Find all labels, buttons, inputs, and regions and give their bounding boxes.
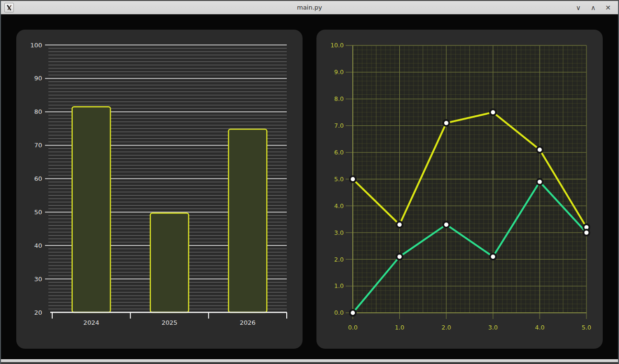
bars-group: [72, 107, 267, 312]
marker: [397, 254, 402, 259]
y-tick-labels: 2030405060708090100: [30, 42, 42, 316]
window-bottom-edge: [1, 362, 618, 364]
bar-2024: [72, 107, 111, 312]
maximize-icon: ∧: [591, 4, 596, 11]
x-tick-labels: 0.01.02.03.04.05.0: [348, 324, 591, 331]
x-tick-label: 2025: [161, 319, 177, 326]
close-button[interactable]: ✕: [603, 2, 613, 13]
marker: [585, 225, 589, 230]
y-tick-label: 4.0: [334, 202, 344, 210]
y-tick-label: 60: [34, 175, 42, 182]
y-tick-label: 3.0: [334, 229, 344, 236]
y-tick-label: 9.0: [334, 68, 344, 76]
x-tick-label: 3.0: [488, 324, 498, 331]
app-window: main.py ∨ ∧ ✕ 20304050607080901002024202…: [0, 0, 619, 364]
y-tick-label: 90: [34, 75, 42, 82]
marker: [491, 110, 495, 114]
y-tick-label: 0.0: [334, 309, 344, 316]
line-chart: 0.01.02.03.04.05.06.07.08.09.010.00.01.0…: [316, 30, 603, 349]
y-tick-label: 70: [34, 142, 42, 149]
y-tick-label: 40: [34, 242, 42, 249]
marker: [351, 311, 355, 315]
y-tick-label: 5.0: [334, 176, 344, 183]
x11-logo-icon: [6, 4, 12, 11]
y-tick-label: 2.0: [334, 256, 344, 263]
marker: [585, 231, 589, 235]
y-tick-label: 8.0: [334, 95, 344, 102]
y-tick-labels: 0.01.02.03.04.05.06.07.08.09.010.0: [330, 42, 344, 316]
y-tick-label: 50: [34, 209, 42, 216]
x-tick-label: 2026: [240, 319, 256, 326]
bar-chart-panel: 2030405060708090100202420252026: [16, 30, 303, 349]
x-tick-label: 2024: [83, 319, 99, 326]
marker: [491, 254, 495, 259]
titlebar[interactable]: main.py ∨ ∧ ✕: [1, 1, 618, 14]
marker: [351, 177, 355, 181]
window-controls: ∨ ∧ ✕: [573, 1, 613, 14]
marker: [444, 121, 449, 125]
bar-chart: 2030405060708090100202420252026: [16, 30, 303, 349]
window-title: main.py: [1, 4, 618, 11]
x-axis: [50, 312, 287, 319]
marker: [397, 222, 402, 227]
x-tick-label: 0.0: [348, 324, 358, 331]
x-tick-label: 4.0: [535, 324, 544, 331]
x-tick-label: 2.0: [441, 324, 451, 331]
y-tick-label: 30: [34, 276, 42, 283]
bar-2026: [228, 129, 267, 312]
y-tick-label: 6.0: [334, 149, 344, 156]
window-menu-button[interactable]: [4, 3, 14, 12]
y-tick-label: 1.0: [334, 282, 344, 289]
y-tick-label: 20: [34, 309, 42, 316]
minimize-icon: ∨: [576, 4, 581, 11]
y-tick-label: 80: [34, 108, 42, 115]
line-chart-panel: 0.01.02.03.04.05.06.07.08.09.010.00.01.0…: [316, 30, 603, 349]
x-tick-labels: 202420252026: [83, 319, 256, 326]
maximize-button[interactable]: ∧: [588, 2, 598, 13]
y-tick-label: 100: [30, 42, 42, 49]
marker: [538, 148, 542, 152]
close-icon: ✕: [605, 4, 611, 11]
minimize-button[interactable]: ∨: [573, 2, 584, 13]
x-tick-label: 5.0: [582, 324, 591, 331]
x-tick-label: 1.0: [395, 324, 405, 331]
content-area: 2030405060708090100202420252026 0.01.02.…: [1, 15, 618, 359]
y-tick-label: 7.0: [334, 122, 344, 129]
bar-2025: [150, 213, 189, 312]
y-tick-label: 10.0: [330, 42, 344, 49]
marker: [444, 222, 449, 227]
marker: [538, 180, 542, 184]
